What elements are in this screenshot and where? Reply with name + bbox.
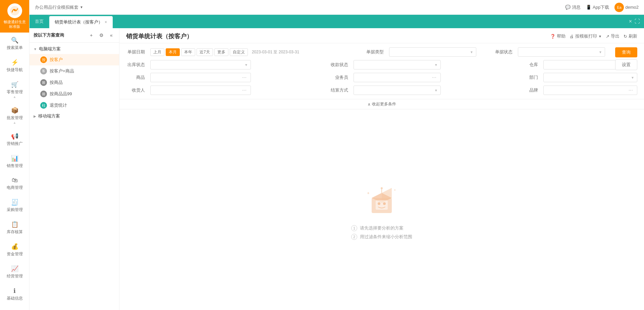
message-icon: 💬 bbox=[565, 5, 571, 10]
sidebar-item-inventory[interactable]: 📋 库存核算 bbox=[0, 217, 29, 239]
receiver-select[interactable]: ··· bbox=[150, 86, 251, 95]
date-range: 2023-03-01 至 2023-03-31 bbox=[252, 49, 299, 55]
collapse-panel-btn[interactable]: « bbox=[108, 32, 115, 39]
tip-num-2: 2 bbox=[351, 234, 357, 240]
topbar-left: 办公用品行业模拟账套 ▼ bbox=[35, 4, 83, 10]
tip-text-2: 用过滤条件来缩小分析范围 bbox=[360, 234, 412, 240]
sidebar-item-marketing[interactable]: 📢 营销推广 bbox=[0, 128, 29, 151]
sidebar-item-search[interactable]: 🔍 搜索菜单 bbox=[0, 33, 29, 55]
settings-btn[interactable]: 设置 bbox=[615, 59, 637, 70]
empty-tip-1: 1 请先选择要分析的方案 bbox=[351, 225, 412, 231]
warehouse-label: 仓库 bbox=[519, 62, 538, 68]
bill-type-select[interactable]: ▼ bbox=[389, 47, 476, 57]
tab-sales-stat[interactable]: 销货单统计表（按客户） × bbox=[49, 16, 113, 28]
tip-num-1: 1 bbox=[351, 225, 357, 231]
collapse-btn[interactable]: ∧ 收起更多条件 bbox=[368, 101, 396, 107]
bill-status-label: 单据状态 bbox=[494, 49, 513, 55]
product-select[interactable]: ··· bbox=[150, 73, 251, 82]
tree-item-by-customer[interactable]: 按 按客户 bbox=[30, 54, 119, 65]
add-scheme-btn[interactable]: + bbox=[88, 32, 95, 39]
receipt-status-select[interactable]: ▼ bbox=[354, 60, 441, 69]
logo-text: 畅捷通好生意标准版 bbox=[4, 19, 26, 29]
app-download-btn[interactable]: 📱 App下载 bbox=[586, 4, 609, 10]
print-btn[interactable]: 🖨 按模板打印 ▼ bbox=[570, 33, 602, 39]
empty-icon: ✦ ✦ bbox=[362, 179, 402, 220]
last7days-btn[interactable]: 近7天 bbox=[197, 48, 213, 56]
out-status-select[interactable]: ▼ bbox=[150, 60, 251, 69]
sidebar-item-label: 经营管理 bbox=[7, 273, 23, 279]
salesperson-dots-icon[interactable]: ··· bbox=[431, 74, 438, 81]
print-arrow-icon: ▼ bbox=[598, 35, 602, 38]
company-name: 办公用品行业模拟账套 bbox=[35, 4, 78, 10]
sidebar-item-wholesale[interactable]: 📦 批发管理 ▲ bbox=[0, 103, 29, 128]
sidebar-item-retail[interactable]: 🛒 零售管理 ▲ bbox=[0, 77, 29, 103]
department-select[interactable]: ▼ bbox=[543, 73, 637, 82]
filter-row-4: 收货人 ··· 结算方式 ▼ 品牌 bbox=[126, 86, 637, 95]
brand-select[interactable]: ··· bbox=[543, 86, 637, 95]
tab-close-icon[interactable]: × bbox=[105, 20, 107, 24]
empty-svg: ✦ ✦ bbox=[362, 179, 402, 220]
sales-icon: 📊 bbox=[11, 155, 18, 162]
sidebar-item-basic[interactable]: ℹ 基础信息 bbox=[0, 283, 29, 305]
settings-scheme-btn[interactable]: ⚙ bbox=[98, 32, 105, 39]
tab-home[interactable]: 首页 bbox=[30, 15, 49, 28]
help-btn[interactable]: ❓ 帮助 bbox=[550, 33, 566, 39]
left-panel-header: 按以下方案查询 + ⚙ « bbox=[30, 28, 119, 43]
product-dots-icon[interactable]: ··· bbox=[241, 74, 248, 81]
payment-method-select[interactable]: ▼ bbox=[354, 86, 441, 95]
message-btn[interactable]: 💬 消息 bbox=[565, 4, 581, 10]
tree-group-mobile: ▶ 移动端方案 bbox=[30, 111, 119, 121]
avatar: Ea bbox=[614, 3, 624, 12]
tree-group-mobile-header[interactable]: ▶ 移动端方案 bbox=[30, 111, 119, 121]
sidebar-item-label: 采购管理 bbox=[7, 207, 23, 213]
window-maximize-btn[interactable]: ⛶ bbox=[635, 18, 640, 24]
last-month-btn[interactable]: 上月 bbox=[150, 48, 164, 56]
custom-btn[interactable]: 自定义 bbox=[230, 48, 248, 56]
refresh-icon: ↻ bbox=[624, 34, 627, 39]
sidebar-item-ecommerce[interactable]: 🛍 电商管理 bbox=[0, 173, 29, 195]
receiver-dots-icon[interactable]: ··· bbox=[241, 87, 248, 93]
tree-group-desktop-header[interactable]: ▼ 电脑端方案 bbox=[30, 44, 119, 54]
more-btn[interactable]: 更多 bbox=[214, 48, 228, 56]
by-product-label: 按商品 bbox=[50, 80, 63, 86]
tree-item-by-customer-product[interactable]: 客 按客户+商品 bbox=[30, 65, 119, 77]
receipt-status-label: 收款状态 bbox=[329, 62, 348, 68]
window-close-btn[interactable]: × bbox=[629, 18, 632, 24]
refresh-btn[interactable]: ↻ 刷新 bbox=[624, 33, 637, 39]
bill-status-select[interactable]: ▼ bbox=[518, 47, 605, 57]
app-download-icon: 📱 bbox=[586, 5, 591, 10]
collapse-arrow-icon: ∧ bbox=[368, 102, 371, 107]
this-year-btn[interactable]: 本年 bbox=[181, 48, 195, 56]
sidebar-item-finance[interactable]: 💰 资金管理 bbox=[0, 239, 29, 261]
tree-item-by-product-99[interactable]: ⊞ 按商品品99 bbox=[30, 88, 119, 100]
return-stat-label: 退货统计 bbox=[50, 102, 67, 108]
salesperson-select[interactable]: ··· bbox=[354, 73, 441, 82]
print-label: 按模板打印 bbox=[575, 33, 597, 39]
query-btn[interactable]: 查询 bbox=[615, 47, 637, 57]
tree-item-return-stat[interactable]: 柱 退货统计 bbox=[30, 100, 119, 111]
page-header-actions: ❓ 帮助 🖨 按模板打印 ▼ ↗ 导出 ↻ 刷新 bbox=[550, 33, 637, 39]
filter-area: 单据日期 上月 本月 本年 近7天 更多 自定义 2023-03-01 至 20… bbox=[119, 43, 644, 99]
marketing-icon: 📢 bbox=[11, 133, 18, 140]
tree-item-by-product[interactable]: ⊞ 按商品 bbox=[30, 77, 119, 88]
export-btn[interactable]: ↗ 导出 bbox=[606, 33, 620, 39]
brand-dots-icon[interactable]: ··· bbox=[627, 87, 634, 93]
by-customer-label: 按客户 bbox=[50, 57, 63, 63]
logo-area[interactable]: 畅捷通好生意标准版 bbox=[0, 0, 29, 33]
sidebar-item-sales[interactable]: 📊 销售管理 bbox=[0, 151, 29, 173]
ecommerce-icon: 🛍 bbox=[12, 177, 18, 184]
tabbar-actions: × ⛶ bbox=[629, 18, 644, 24]
empty-state: ✦ ✦ 1 请先选择要分析的方案 2 用过滤条件来缩小分析范围 bbox=[119, 109, 644, 310]
sidebar-item-operation[interactable]: 📈 经营管理 bbox=[0, 261, 29, 283]
dropdown-arrow-icon: ▼ bbox=[80, 5, 83, 9]
this-month-btn[interactable]: 本月 bbox=[166, 48, 180, 56]
sidebar-item-system[interactable]: ⚙ 系统管理 bbox=[0, 305, 29, 310]
sidebar-item-quicknav[interactable]: ⚡ 快捷导航 bbox=[0, 55, 29, 77]
sidebar-item-label: 批发管理 bbox=[7, 115, 23, 121]
collapse-bar[interactable]: ∧ 收起更多条件 bbox=[119, 99, 644, 109]
user-area[interactable]: Ea demo2 bbox=[614, 3, 639, 12]
sidebar-item-purchase[interactable]: 🧾 采购管理 bbox=[0, 195, 29, 217]
company-selector[interactable]: 办公用品行业模拟账套 ▼ bbox=[35, 4, 83, 10]
help-label: 帮助 bbox=[557, 33, 566, 39]
by-product-99-icon: ⊞ bbox=[40, 91, 47, 97]
